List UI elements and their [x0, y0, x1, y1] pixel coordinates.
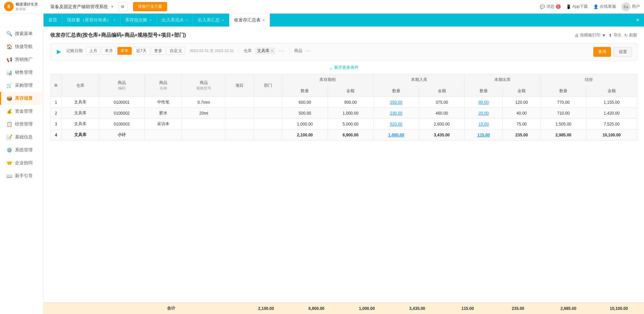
message-icon: 💬	[540, 4, 545, 9]
app-wrapper: 6 畅捷通好生意 标准版 装备及固定资产辅助管理系统 ▼ ⚙ 体验行业方案 💬 …	[0, 0, 644, 314]
subtotal-opening-qty: 2,100.00	[282, 130, 328, 141]
bottom-total-bar: 合计 2,100.00 6,900.00 1,000.00 3,435.00 1…	[44, 302, 644, 314]
tab-bar-close-all[interactable]: ×	[631, 17, 644, 23]
sidebar-item-collab[interactable]: 🤝 企业协同	[0, 156, 43, 169]
online-service-label: 在线客服	[600, 4, 616, 10]
message-button[interactable]: 💬 消息 5	[540, 4, 561, 10]
row2-spec: 20ml	[182, 108, 226, 119]
refresh-button[interactable]: ↻ 刷新	[624, 32, 637, 38]
newbie-icon: 📖	[6, 173, 12, 179]
tab-batch-close[interactable]: ×	[149, 18, 151, 22]
th-in-amt: 金额	[419, 85, 465, 97]
tab-inout-flow-close[interactable]: ×	[186, 18, 188, 22]
row2-opening-amt: 1,000.00	[328, 108, 373, 119]
sidebar-label-system: 系统管理	[15, 147, 33, 153]
subtotal-in-qty[interactable]: 1,000.00	[373, 130, 419, 141]
tab-bar: 首页 现存量（库存分布表） × 库存批次账 × 出入库流水 × 出入库汇总 ×	[44, 14, 644, 27]
tab-inout-summary[interactable]: 出入库汇总 ×	[193, 14, 229, 27]
user-avatar: Ea	[622, 2, 630, 11]
online-service-button[interactable]: 👤 在线客服	[593, 4, 616, 10]
page-inner: 收发存汇总表(按仓库+商品编码+商品+规格型号+项目+部门) 🖨 按模板打印 ▼…	[44, 27, 644, 302]
print-button[interactable]: 🖨 按模板打印 ▼	[575, 32, 606, 38]
date-btn-this-month[interactable]: 本月	[102, 47, 116, 55]
user-area[interactable]: Ea 用户	[622, 2, 640, 11]
total-balance-amt: 10,100.00	[594, 306, 644, 311]
tab-recv-summary[interactable]: 收发存汇总表 ×	[229, 14, 270, 27]
th-group-in: 本期入库	[373, 74, 464, 86]
sidebar-item-purchase[interactable]: 🛒 采购管理	[0, 79, 43, 92]
subtotal-in-amt: 3,435.00	[419, 130, 465, 141]
tab-home[interactable]: 首页	[44, 14, 62, 27]
row3-name: 采访本	[145, 119, 182, 130]
total-opening-amt: 6,900.00	[291, 306, 342, 311]
table-row: 1 文具库 0100001 中性笔 0.7mm 600.00 900.00 25…	[51, 97, 637, 108]
row1-out-amt: 120.00	[502, 97, 541, 108]
sidebar-item-marketing[interactable]: 📢 营销推广	[0, 53, 43, 66]
system-dropdown-icon[interactable]: ▼	[111, 5, 114, 9]
date-btn-this-year[interactable]: 本年	[117, 47, 132, 55]
sidebar-item-newbie[interactable]: 📖 新手引导	[0, 169, 43, 182]
th-settings[interactable]: ⚙	[51, 74, 62, 97]
sidebar-item-finance[interactable]: 💰 资金管理	[0, 105, 43, 118]
row3-in-qty[interactable]: 520.00	[373, 119, 419, 130]
goods-more-options[interactable]: ···	[306, 48, 311, 54]
row1-balance-amt: 1,155.00	[586, 97, 637, 108]
subtotal-warehouse: 文具库	[62, 130, 99, 141]
date-btn-7days[interactable]: 近7天	[133, 47, 150, 55]
row1-out-qty[interactable]: 80.00	[465, 97, 503, 108]
sidebar-item-sales[interactable]: 📊 销售管理	[0, 66, 43, 79]
sidebar-label-purchase: 采购管理	[15, 82, 33, 88]
th-group-opening: 库存期初	[282, 74, 373, 86]
row2-balance-qty: 710.00	[541, 108, 586, 119]
total-label: 合计	[44, 305, 241, 311]
expand-more-button[interactable]: ⌄ 展开更多条件	[329, 65, 359, 70]
sidebar-label-quicknav: 快捷导航	[15, 44, 33, 50]
sidebar-item-basic[interactable]: 📝 基础信息	[0, 131, 43, 144]
date-btn-more[interactable]: 更多	[151, 47, 165, 55]
table-header-group: ⚙ 仓库 商品编码 商品名称 商品规格型号 项目 部门 库存期初 本期入库 本期…	[51, 74, 637, 86]
tab-stock-dist[interactable]: 现存量（库存分布表） ×	[62, 14, 120, 27]
th-group-out: 本期出库	[465, 74, 541, 86]
row1-in-qty[interactable]: 250.00	[373, 97, 419, 108]
sidebar-label-collab: 企业协同	[15, 160, 33, 166]
th-department: 部门	[254, 74, 282, 97]
download-icon: 📱	[566, 4, 571, 9]
gear-button[interactable]: ⚙	[118, 2, 128, 12]
th-balance-qty: 数量	[541, 85, 586, 97]
tab-inout-summary-close[interactable]: ×	[222, 18, 224, 22]
tab-batch[interactable]: 库存批次账 ×	[120, 14, 156, 27]
tab-inout-flow[interactable]: 出入库流水 ×	[157, 14, 193, 27]
content-area: 首页 现存量（库存分布表） × 库存批次账 × 出入库流水 × 出入库汇总 ×	[44, 14, 644, 314]
filter-toggle-icon[interactable]: ▶	[55, 47, 62, 56]
date-btn-custom[interactable]: 自定义	[167, 47, 185, 55]
row2-in-qty[interactable]: 230.00	[373, 108, 419, 119]
row1-spec: 0.7mm	[182, 97, 226, 108]
sidebar-item-inventory[interactable]: 📦 库存核算	[0, 92, 43, 105]
row2-out-qty[interactable]: 20.00	[465, 108, 503, 119]
tab-recv-summary-close[interactable]: ×	[263, 18, 265, 22]
subtotal-out-qty[interactable]: 115.00	[465, 130, 503, 141]
warehouse-filter-label: 仓库	[244, 48, 252, 54]
system-name: 装备及固定资产辅助管理系统	[50, 4, 108, 10]
export-button[interactable]: ⬆ 导出	[609, 32, 622, 38]
app-download-button[interactable]: 📱 App下载	[566, 4, 588, 10]
query-button[interactable]: 查询	[593, 47, 611, 57]
sidebar-item-quicknav[interactable]: 🏠 快捷导航	[0, 40, 43, 53]
row3-out-qty[interactable]: 15.00	[465, 119, 503, 130]
sidebar-label-operations: 经营管理	[15, 121, 33, 127]
th-group-balance: 结存	[541, 74, 637, 86]
sidebar-item-system[interactable]: ⚙️ 系统管理	[0, 144, 43, 156]
date-filter-label: 记账日期	[66, 48, 83, 54]
message-label: 消息	[546, 4, 555, 10]
try-button[interactable]: 体验行业方案	[133, 2, 167, 11]
tab-stock-dist-close[interactable]: ×	[113, 18, 115, 22]
warehouse-tag-close-icon[interactable]: ×	[271, 49, 273, 53]
table-subtotal-row: 4 文具库 小计 2,100.00 6,900.00 1,000.00	[51, 130, 637, 141]
settings-button[interactable]: 设置	[614, 47, 632, 57]
total-balance-qty: 2,985.00	[543, 306, 594, 311]
sidebar-item-search[interactable]: 🔍 搜索菜单	[0, 27, 43, 40]
warehouse-more-options[interactable]: ···	[279, 48, 284, 54]
date-btn-last-month[interactable]: 上月	[86, 47, 100, 55]
row2-opening-qty: 500.00	[282, 108, 328, 119]
sidebar-item-operations[interactable]: 📋 经营管理	[0, 118, 43, 131]
